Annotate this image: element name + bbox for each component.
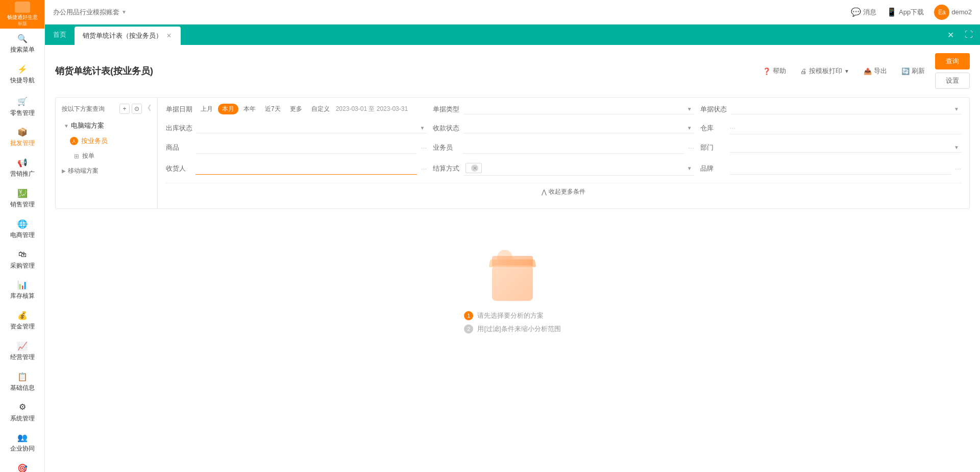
settlement-arrow-icon: ▼ [687, 166, 692, 171]
filter-brand-field: 品牌 ··· [700, 162, 961, 175]
hint-num-2: 2 [464, 324, 473, 334]
collapse-arrow-icon: ⋀ [542, 188, 547, 196]
tab-sales-stats-label: 销货单统计表（按业务员） [83, 31, 162, 40]
brand-dots[interactable]: ··· [955, 164, 961, 173]
main-area: 办公用品行业模拟账套 ▼ 💬 消息 📱 App下载 Ea demo2 首页 [45, 0, 980, 472]
filter-outstatus-field: 出库状态 ▼ [166, 123, 427, 133]
messages-btn[interactable]: 💬 消息 [851, 7, 876, 17]
export-icon: 📤 [864, 67, 872, 75]
page-inner: 销货单统计表(按业务员) ❓ 帮助 🖨 按模板打印 ▼ 📤 导出 [45, 45, 980, 472]
message-icon: 💬 [851, 7, 861, 17]
sidebar-item-retail[interactable]: 🛒 零售管理 [0, 92, 45, 123]
collapse-btn[interactable]: ⋀ 收起更多条件 [535, 185, 592, 198]
sidebar-item-sales[interactable]: 💹 销售管理 [0, 183, 45, 214]
query-button[interactable]: 查询 [935, 53, 970, 69]
outstatus-select[interactable]: ▼ [197, 123, 427, 133]
hint-text-2: 用[过滤]条件来缩小分析范围 [477, 324, 560, 334]
order-scheme-icon: ⊞ [74, 153, 79, 160]
date-tab-this-month[interactable]: 本月 [218, 104, 238, 114]
tab-expand-btn[interactable]: ⛶ [962, 28, 976, 42]
scheme-group-pc-header[interactable]: ▼ 电脑端方案 [60, 118, 157, 133]
scheme-item-by-order[interactable]: ⊞ 按单 [60, 149, 157, 163]
docstatus-select[interactable]: ▼ [731, 104, 961, 114]
export-btn[interactable]: 📤 导出 [860, 64, 891, 78]
sidebar-item-operations-label: 经营管理 [10, 353, 35, 362]
date-tab-7days[interactable]: 近7天 [261, 104, 285, 114]
app-download-btn[interactable]: 📱 App下载 [887, 7, 924, 17]
sidebar-item-basic[interactable]: 📋 基础信息 [0, 367, 45, 397]
operations-icon: 📈 [17, 341, 28, 351]
purchase-icon: 🛍 [17, 250, 28, 260]
scheme-edit-btn[interactable]: ⊙ [132, 104, 142, 114]
consignee-input[interactable] [195, 162, 417, 175]
tab-sales-stats[interactable]: 销货单统计表（按业务员） ✕ [75, 27, 181, 45]
collapse-row: ⋀ 收起更多条件 [166, 183, 961, 202]
sidebar-item-operations[interactable]: 📈 经营管理 [0, 336, 45, 367]
scheme-panel: 按以下方案查询 + ⊙ 《 [56, 98, 158, 208]
department-label: 部门 [700, 143, 726, 152]
brand-label: 品牌 [700, 164, 726, 173]
salesperson-dots[interactable]: ··· [688, 144, 694, 152]
scheme-add-btn[interactable]: + [119, 104, 130, 114]
user-menu[interactable]: Ea demo2 [934, 5, 972, 20]
sidebar-item-inventory[interactable]: 📊 库存核算 [0, 275, 45, 305]
download-icon: 📱 [887, 7, 897, 17]
template-print-btn[interactable]: 🖨 按模板打印 ▼ [796, 64, 853, 78]
mobile-group-arrow-icon: ▶ [62, 168, 66, 174]
date-tab-custom[interactable]: 自定义 [307, 104, 334, 114]
tab-home[interactable]: 首页 [45, 25, 75, 45]
filter-row-3: 商品 ··· 业务员 ··· 部门 [166, 141, 961, 154]
sidebar-item-quicknav[interactable]: ⚡ 快捷导航 [0, 59, 45, 90]
sidebar-item-system[interactable]: ⚙ 系统管理 [0, 397, 45, 428]
refresh-btn[interactable]: 🔄 刷新 [897, 64, 929, 78]
sidebar-item-search-label: 搜索菜单 [10, 45, 35, 54]
date-tab-last-month[interactable]: 上月 [197, 104, 217, 114]
header-account-dropdown[interactable]: 办公用品行业模拟账套 ▼ [53, 8, 127, 17]
sidebar-item-basic-label: 基础信息 [10, 384, 35, 392]
enterprise-icon: 👥 [17, 433, 28, 443]
retail-icon: 🛒 [17, 97, 28, 107]
sidebar-item-wholesale[interactable]: 📦 批发管理 [0, 122, 45, 153]
tab-close-icon[interactable]: ✕ [165, 31, 173, 40]
filter-consignee-field: 收货人 ··· [166, 162, 427, 175]
consignee-dots[interactable]: ··· [421, 164, 427, 173]
username: demo2 [951, 8, 972, 16]
salesperson-input[interactable] [462, 141, 684, 154]
mobile-group-label: 移动端方案 [68, 167, 99, 175]
scheme-collapse-btn[interactable]: 《 [144, 104, 151, 114]
goods-dots[interactable]: ··· [421, 144, 427, 152]
pc-group-label: 电脑端方案 [71, 121, 104, 130]
receiptstatus-select[interactable]: ▼ [463, 123, 694, 133]
tab-bar-actions: ✕ ⛶ [943, 28, 980, 42]
doctype-select[interactable]: ▼ [463, 104, 694, 114]
sidebar-item-finance-label: 资金管理 [10, 322, 35, 331]
date-tab-more[interactable]: 更多 [286, 104, 306, 114]
settlement-select[interactable]: ✕ ▼ [463, 161, 694, 176]
app-logo[interactable]: 畅捷通好生意 标版 [0, 0, 45, 29]
help-btn[interactable]: ❓ 帮助 [758, 64, 790, 78]
sidebar-item-ecommerce[interactable]: 🌐 电商管理 [0, 214, 45, 245]
scheme-edit-icon: ⊙ [134, 105, 139, 112]
sidebar-item-search[interactable]: 🔍 搜索菜单 [0, 29, 45, 59]
scheme-header-title: 按以下方案查询 [62, 105, 105, 113]
settlement-tag-remove[interactable]: ✕ [471, 164, 478, 172]
warehouse-dots[interactable]: ··· [730, 124, 736, 132]
settings-button[interactable]: 设置 [935, 73, 970, 89]
scheme-item-by-salesperson[interactable]: 人 按业务员 [60, 133, 157, 149]
goods-input[interactable] [195, 141, 417, 154]
sidebar-item-marketing[interactable]: 📢 营销推广 [0, 153, 45, 183]
help-icon: ❓ [763, 67, 771, 75]
sidebar-item-purchase[interactable]: 🛍 采购管理 [0, 245, 45, 275]
sidebar-item-enterprise[interactable]: 👥 企业协同 [0, 428, 45, 458]
department-select[interactable]: ▼ [730, 143, 961, 153]
messages-label: 消息 [863, 8, 876, 17]
tab-close-all-btn[interactable]: ✕ [943, 28, 958, 42]
system-icon: ⚙ [17, 403, 28, 413]
date-tab-this-year[interactable]: 本年 [239, 104, 260, 114]
page-title: 销货单统计表(按业务员) [55, 65, 153, 77]
sidebar-item-newbie[interactable]: 🎯 新手引导 [0, 458, 45, 472]
brand-input[interactable] [730, 162, 951, 175]
pc-group-arrow-icon: ▼ [64, 123, 69, 129]
sidebar-item-finance[interactable]: 💰 资金管理 [0, 305, 45, 336]
scheme-group-mobile[interactable]: ▶ 移动端方案 [56, 163, 157, 178]
